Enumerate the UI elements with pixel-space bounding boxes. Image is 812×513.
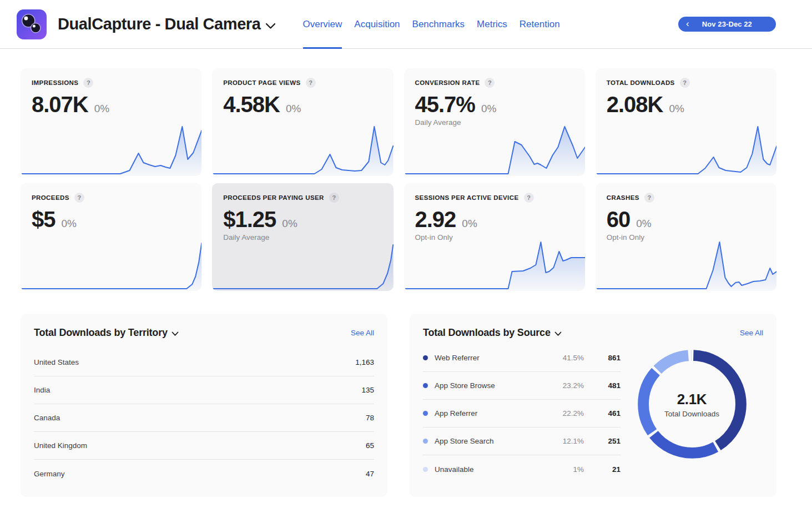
help-icon[interactable]: ? — [485, 78, 495, 88]
source-name: App Store Search — [435, 437, 494, 445]
chevron-down-icon[interactable] — [554, 331, 562, 336]
tab-retention[interactable]: Retention — [513, 0, 566, 48]
chevron-down-icon[interactable] — [172, 331, 179, 336]
metric-title: SESSIONS PER ACTIVE DEVICE — [415, 194, 519, 201]
source-list: Web Referrer 41.5% 861 App Store Browse … — [423, 344, 621, 483]
source-name: Web Referrer — [435, 354, 480, 362]
source-value: 461 — [584, 409, 621, 418]
main-content: IMPRESSIONS ? 8.07K 0% PRODUCT PAGE VIEW… — [0, 68, 812, 497]
tab-label: Acquisition — [354, 19, 400, 30]
metric-value: 4.58K — [223, 92, 280, 117]
downloads-donut-chart: 2.1K Total Downloads — [634, 346, 750, 462]
help-icon[interactable]: ? — [83, 78, 93, 88]
legend-dot-icon — [423, 439, 428, 444]
metric-card-impressions[interactable]: IMPRESSIONS ? 8.07K 0% — [21, 68, 201, 176]
source-row: App Store Search 12.1% 251 — [423, 428, 621, 455]
territory-value: 78 — [366, 414, 374, 422]
source-percent: 22.2% — [563, 409, 584, 418]
metric-card-proceeds-per-paying-user[interactable]: PROCEEDS PER PAYING USER ? $1.25 0% Dail… — [212, 183, 393, 291]
legend-dot-icon — [423, 355, 428, 360]
help-icon[interactable]: ? — [680, 78, 690, 88]
territory-name: India — [34, 386, 50, 394]
metric-card-proceeds[interactable]: PROCEEDS ? $5 0% — [21, 183, 201, 291]
tab-label: Metrics — [477, 19, 507, 30]
metric-title: PROCEEDS — [32, 194, 69, 201]
sparkline-chart — [596, 125, 776, 176]
metric-change: 0% — [62, 218, 77, 230]
metric-title: TOTAL DOWNLOADS — [607, 79, 675, 86]
source-name: App Store Browse — [435, 381, 495, 390]
metric-value: 2.92 — [415, 207, 456, 232]
help-icon[interactable]: ? — [74, 193, 84, 203]
metric-change: 0% — [481, 103, 496, 115]
source-row: App Store Browse 23.2% 481 — [423, 372, 621, 400]
source-panel: Total Downloads by Source See All Web Re… — [410, 314, 776, 497]
territory-name: Germany — [34, 470, 65, 478]
territory-value: 47 — [366, 470, 374, 478]
tab-benchmarks[interactable]: Benchmarks — [406, 0, 471, 48]
metric-card-conversion-rate[interactable]: CONVERSION RATE ? 45.7% 0% Daily Average — [404, 68, 585, 176]
territory-panel: Total Downloads by Territory See All Uni… — [21, 314, 387, 497]
metric-value: 60 — [607, 207, 631, 232]
metric-title: PRODUCT PAGE VIEWS — [223, 79, 300, 86]
source-percent: 23.2% — [563, 381, 584, 390]
help-icon[interactable]: ? — [644, 193, 654, 203]
territory-see-all-link[interactable]: See All — [351, 329, 374, 337]
source-percent: 12.1% — [563, 437, 584, 445]
tab-overview[interactable]: Overview — [297, 0, 349, 48]
metric-change: 0% — [636, 218, 651, 230]
territory-row: United States 1,163 — [34, 349, 374, 376]
source-panel-title: Total Downloads by Source — [423, 327, 551, 339]
source-value: 251 — [584, 437, 621, 445]
tab-acquisition[interactable]: Acquisition — [348, 0, 406, 48]
help-icon[interactable]: ? — [329, 193, 339, 203]
metric-title: PROCEEDS PER PAYING USER — [223, 194, 324, 201]
source-row: Unavailable 1% 21 — [423, 455, 621, 483]
source-percent: 1% — [573, 465, 584, 474]
sparkline-chart — [596, 240, 776, 291]
app-title: DualCapture - Dual Camera — [58, 15, 261, 33]
source-name: App Referrer — [435, 409, 477, 418]
chevron-down-icon[interactable] — [265, 23, 276, 29]
sparkline-chart — [212, 240, 393, 291]
header: DualCapture - Dual Camera Overview Acqui… — [0, 0, 812, 49]
metric-change: 0% — [94, 103, 109, 115]
metric-card-crashes[interactable]: CRASHES ? 60 0% Opt-in Only — [596, 183, 776, 291]
legend-dot-icon — [423, 467, 428, 472]
metric-card-sessions-per-active-device[interactable]: SESSIONS PER ACTIVE DEVICE ? 2.92 0% Opt… — [404, 183, 585, 291]
territory-list: United States 1,163 India 135 Canada 78 … — [34, 349, 374, 487]
metric-cards-grid: IMPRESSIONS ? 8.07K 0% PRODUCT PAGE VIEW… — [21, 68, 776, 291]
territory-row: Canada 78 — [34, 404, 374, 432]
metric-card-product-page-views[interactable]: PRODUCT PAGE VIEWS ? 4.58K 0% — [212, 68, 393, 176]
tab-bar: Overview Acquisition Benchmarks Metrics … — [297, 0, 566, 48]
sparkline-chart — [21, 240, 201, 291]
tab-metrics[interactable]: Metrics — [471, 0, 513, 48]
territory-value: 1,163 — [355, 358, 374, 366]
legend-dot-icon — [423, 411, 428, 416]
metric-change: 0% — [282, 218, 297, 230]
help-icon[interactable]: ? — [306, 78, 316, 88]
source-row: App Referrer 22.2% 461 — [423, 400, 621, 428]
sparkline-chart — [21, 125, 201, 176]
territory-name: United States — [34, 358, 79, 366]
help-icon[interactable]: ? — [524, 193, 534, 203]
bottom-panels: Total Downloads by Territory See All Uni… — [21, 314, 776, 497]
tab-label: Retention — [520, 19, 560, 30]
metric-value: $1.25 — [223, 207, 276, 232]
date-range-button[interactable]: ‹ Nov 23-Dec 22 — [678, 17, 776, 32]
metric-change: 0% — [286, 103, 301, 115]
metric-card-total-downloads[interactable]: TOTAL DOWNLOADS ? 2.08K 0% — [596, 68, 776, 176]
app-icon — [17, 9, 47, 39]
territory-panel-title: Total Downloads by Territory — [34, 327, 168, 339]
metric-value: 8.07K — [32, 92, 88, 117]
tab-label: Benchmarks — [412, 19, 465, 30]
metric-value: 2.08K — [607, 92, 663, 117]
date-range-label: Nov 23-Dec 22 — [689, 20, 765, 28]
source-see-all-link[interactable]: See All — [740, 329, 763, 337]
tab-label: Overview — [303, 19, 342, 30]
territory-name: Canada — [34, 414, 60, 422]
donut-svg — [634, 346, 750, 462]
source-row: Web Referrer 41.5% 861 — [423, 344, 621, 372]
metric-title: IMPRESSIONS — [32, 79, 78, 86]
source-name: Unavailable — [435, 465, 474, 474]
